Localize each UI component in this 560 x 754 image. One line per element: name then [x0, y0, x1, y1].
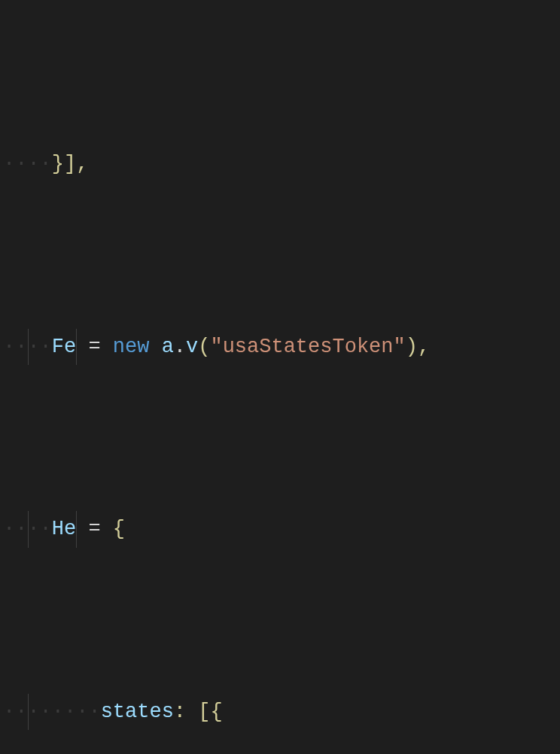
code-line[interactable]: ····}],: [0, 146, 560, 183]
token-punct: }],: [52, 153, 89, 175]
token-variable: Fe: [52, 336, 76, 358]
token-space: [149, 336, 161, 358]
whitespace: ····: [3, 153, 52, 175]
token-space: [186, 701, 198, 723]
token-punct: :: [174, 701, 186, 723]
token-operator: =: [76, 336, 113, 358]
token-punct: (: [198, 336, 210, 358]
token-punct: ): [406, 336, 418, 358]
token-punct: .: [174, 336, 186, 358]
token-property: states: [101, 701, 174, 723]
whitespace: ········: [3, 701, 101, 723]
code-line[interactable]: ····He = {: [0, 511, 560, 548]
token-string: "usaStatesToken": [210, 336, 405, 358]
token-variable: a: [162, 336, 174, 358]
code-line[interactable]: ····Fe = new a.v("usaStatesToken"),: [0, 329, 560, 366]
token-keyword: new: [113, 336, 150, 358]
code-editor[interactable]: ····}], ····Fe = new a.v("usaStatesToken…: [0, 0, 560, 754]
code-line[interactable]: ········states: [{: [0, 694, 560, 731]
token-punct: ,: [418, 336, 430, 358]
token-method: v: [186, 336, 198, 358]
token-brace: {: [113, 518, 125, 540]
token-punct: [{: [198, 701, 222, 723]
token-variable: He: [52, 518, 76, 540]
token-operator: =: [76, 518, 113, 540]
